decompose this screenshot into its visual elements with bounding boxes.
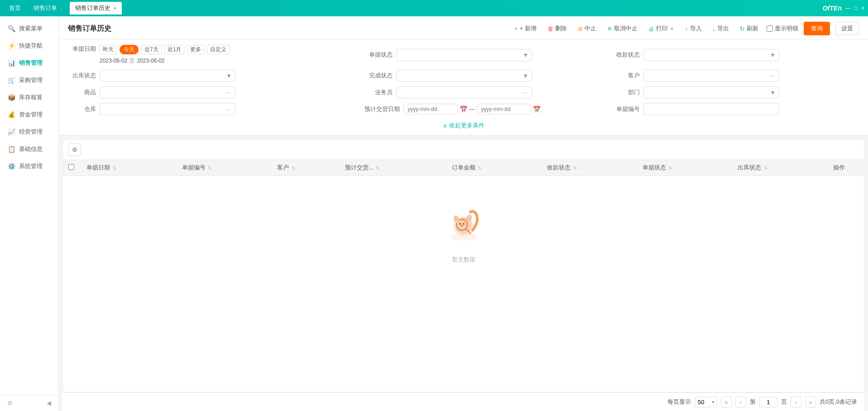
page-number-input[interactable]: 1 [759, 397, 777, 407]
select-all-checkbox[interactable] [68, 164, 74, 170]
cal-to-icon[interactable]: 📅 [533, 106, 541, 113]
expected-delivery-from[interactable] [403, 104, 458, 115]
warehouse-dots[interactable]: ··· [224, 106, 233, 113]
new-button[interactable]: + + 新增 [512, 23, 539, 34]
cancel-stop-button[interactable]: ✕ 取消中止 [604, 23, 640, 34]
preset-yesterday[interactable]: 昨天 [100, 45, 117, 54]
sort-order-date: ⇅ [113, 165, 116, 170]
sidebar: 🔍 搜索菜单 ⚡ 快捷导航 📊 销售管理 🛒 采购管理 📦 库存核算 💰 资金管… [0, 16, 59, 411]
col-order-status[interactable]: 单据状态 ⇅ [637, 160, 733, 176]
tab-home[interactable]: 首页 [4, 2, 26, 15]
col-delivery-status[interactable]: 出库状态 ⇅ [732, 160, 828, 176]
customer-dots[interactable]: ··· [767, 72, 777, 79]
preset-custom[interactable]: 自定义 [207, 45, 230, 54]
col-operation: 操作 [828, 160, 864, 176]
next-page-button[interactable]: › [791, 396, 801, 407]
sidebar-item-base-info[interactable]: 📋 基础信息 [0, 140, 58, 158]
col-order-date[interactable]: 单据日期 ⇅ [81, 160, 177, 176]
sidebar-collapse-icon[interactable]: ◀ [47, 400, 51, 406]
receipt-status-select[interactable] [643, 49, 779, 61]
display-detail-checkbox[interactable] [767, 25, 773, 32]
warehouse-input[interactable] [100, 103, 235, 115]
goods-label: 商品 [68, 88, 100, 97]
tab-sales-order-history-label: 销售订单历史 [75, 4, 110, 12]
preset-1month[interactable]: 近1月 [164, 45, 185, 54]
prev-page-button[interactable]: ‹ [735, 396, 746, 407]
order-number-input[interactable] [643, 103, 779, 115]
delivery-status-select[interactable] [100, 69, 235, 82]
print-button[interactable]: 🖨 打印 ▼ [646, 23, 677, 34]
col-expected-delivery[interactable]: 预计交货... ⇅ [340, 160, 446, 176]
collapse-row[interactable]: ∧ 收起更多条件 [68, 120, 859, 130]
sidebar-item-quick-nav-label: 快捷导航 [19, 42, 43, 50]
purchase-mgmt-icon: 🛒 [7, 77, 15, 84]
filter-section: 单据日期 昨天 今天 近7天 近1月 更多 自定义 2023-06-02 [59, 39, 868, 135]
delete-button[interactable]: 🗑 删除 [545, 23, 570, 34]
customer-input[interactable] [643, 69, 779, 82]
refresh-button[interactable]: ↻ 刷新 [737, 23, 761, 34]
sidebar-item-search-menu[interactable]: 🔍 搜索菜单 [0, 20, 58, 37]
delete-icon: 🗑 [547, 25, 553, 32]
completion-status-select[interactable] [396, 69, 532, 82]
ops-mgmt-icon: 📈 [7, 128, 15, 135]
print-label: 打印 [656, 24, 668, 33]
tab-sales-order-history-close[interactable]: × [113, 5, 116, 11]
empty-text: 暂无数据 [452, 256, 475, 264]
export-button[interactable]: ↓ 导出 [710, 23, 732, 34]
pagination-bar: 每页显示 10 20 50 100 ▼ « ‹ 第 1 页 › » 共0页,0条… [62, 392, 864, 411]
sidebar-item-purchase-mgmt-label: 采购管理 [19, 76, 43, 84]
first-page-button[interactable]: « [721, 396, 732, 407]
new-label: + 新增 [520, 24, 537, 33]
sidebar-item-sales-mgmt[interactable]: 📊 销售管理 [0, 54, 58, 72]
sidebar-item-finance-mgmt[interactable]: 💰 资金管理 [0, 106, 58, 123]
order-status-select[interactable] [396, 49, 532, 61]
query-button[interactable]: 查询 [804, 22, 830, 35]
date-presets: 昨天 今天 近7天 近1月 更多 自定义 [100, 45, 230, 54]
import-icon: ↑ [685, 25, 688, 32]
preset-7days[interactable]: 近7天 [141, 45, 162, 54]
salesperson-input[interactable] [396, 86, 532, 98]
col-order-number[interactable]: 单据编号 ⇅ [177, 160, 272, 176]
goods-dots[interactable]: ··· [224, 89, 233, 96]
goods-input[interactable] [100, 86, 235, 98]
cal-from-icon[interactable]: 📅 [460, 106, 467, 113]
col-customer[interactable]: 客户 ⇅ [272, 160, 339, 176]
preset-more[interactable]: 更多 [187, 45, 204, 54]
sidebar-item-sys-mgmt[interactable]: ⚙️ 系统管理 [0, 158, 58, 175]
table-settings-icon: ⚙ [72, 146, 77, 153]
window-maximize[interactable]: □ [854, 5, 858, 11]
window-close[interactable]: × [861, 5, 864, 11]
department-select[interactable] [643, 86, 779, 98]
sort-order-status: ⇅ [668, 165, 672, 170]
delivery-status-label: 出库状态 [68, 72, 100, 80]
preset-today[interactable]: 今天 [120, 45, 139, 54]
import-button[interactable]: ↑ 导入 [682, 23, 705, 34]
warehouse-label: 仓库 [68, 105, 100, 113]
sidebar-bottom: ⚙ ◀ [0, 395, 58, 411]
window-minimize[interactable]: — [845, 5, 851, 11]
expected-delivery-to[interactable] [477, 104, 531, 115]
col-order-amount[interactable]: 订单金额 ⇅ [446, 160, 542, 176]
stop-button[interactable]: ⊘ 中止 [575, 23, 599, 34]
tab-sales-order-history[interactable]: 销售订单历史 × [70, 2, 121, 15]
export-label: 导出 [717, 24, 729, 33]
sidebar-item-ops-mgmt[interactable]: 📈 经营管理 [0, 123, 58, 140]
page-size-select[interactable]: 10 20 50 100 [695, 397, 717, 407]
settings-button[interactable]: 设置 [835, 22, 859, 35]
page-label-end: 页 [781, 398, 787, 406]
table-settings-button[interactable]: ⚙ [68, 143, 81, 156]
last-page-button[interactable]: » [805, 396, 816, 407]
sidebar-item-purchase-mgmt[interactable]: 🛒 采购管理 [0, 72, 58, 89]
sidebar-settings-icon[interactable]: ⚙ [7, 400, 13, 406]
sidebar-item-inventory-check[interactable]: 📦 库存核算 [0, 89, 58, 106]
tab-sales-order[interactable]: 销售订单 × [28, 2, 68, 15]
tab-sales-order-close[interactable]: × [60, 5, 62, 11]
table-toolbar: ⚙ [63, 140, 864, 160]
col-receipt-status[interactable]: 收款状态 ⇅ [542, 160, 637, 176]
display-detail-toggle[interactable]: 显示明细 [767, 24, 798, 33]
filter-row-3: 商品 ··· 业务员 ··· 部门 [68, 86, 859, 98]
salesperson-label: 业务员 [364, 88, 396, 97]
salesperson-dots[interactable]: ··· [520, 89, 529, 96]
sidebar-item-quick-nav[interactable]: ⚡ 快捷导航 [0, 37, 58, 54]
collapse-up-icon: ∧ [443, 122, 447, 129]
